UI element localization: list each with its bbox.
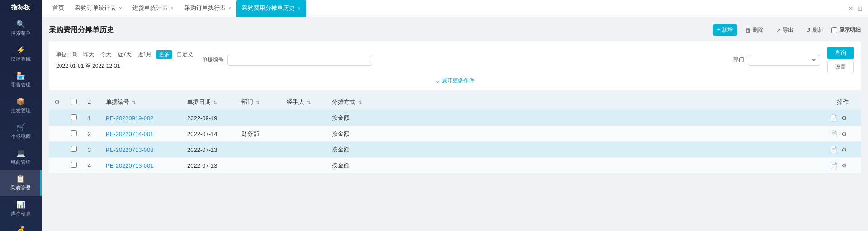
split-sort-icon[interactable]: ⇅ <box>358 100 362 105</box>
table-row: 1 PE-20220919-002 2022-09-19 按金额 📄 ⚙ <box>49 110 861 126</box>
tab-purchase-order-stats-label: 采购订单统计表 <box>75 4 116 12</box>
col-date-header: 单据日期 ⇅ <box>182 94 236 110</box>
col-check-header <box>66 94 82 110</box>
col-settings-header: ⚙ <box>49 94 66 110</box>
row-handler-cell <box>281 158 326 174</box>
col-split-label: 分摊方式 <box>332 99 355 105</box>
row-date-cell: 2022-07-13 <box>182 142 236 158</box>
filter-row: 单据日期 昨天 今天 近7天 近1月 更多 自定义 2022-01-01 至 2… <box>56 47 854 73</box>
tab-purchase-order-exec[interactable]: 采购订单执行表 × <box>179 0 236 17</box>
refresh-button[interactable]: ↺ 刷新 <box>802 24 828 36</box>
table-settings-icon[interactable]: ⚙ <box>54 99 60 106</box>
search-icon: 🔍 <box>16 20 25 28</box>
select-all-checkbox[interactable] <box>71 99 77 104</box>
row-edit-icon[interactable]: 📄 <box>830 130 838 137</box>
row-delete-icon[interactable]: ⚙ <box>841 146 847 153</box>
tab-purchase-fee-split[interactable]: 采购费用分摊单历史 × <box>236 0 306 17</box>
expand-row: ⌄ 展开更多条件 <box>56 77 854 85</box>
tab-purchase-goods-stats[interactable]: 进货单统计表 × <box>127 0 179 17</box>
row-checkbox[interactable] <box>71 130 77 136</box>
tab-purchase-fee-split-label: 采购费用分摊单历史 <box>242 4 295 12</box>
tab-close-purchase-fee-split[interactable]: × <box>297 5 300 11</box>
row-delete-icon[interactable]: ⚙ <box>841 114 847 122</box>
row-dept-cell <box>236 110 281 126</box>
billno-link[interactable]: PE-20220714-001 <box>106 131 154 137</box>
date-option-yesterday[interactable]: 昨天 <box>81 50 96 59</box>
sidebar-item-ecommerce[interactable]: 💻 电商管理 <box>0 144 42 170</box>
row-delete-icon[interactable]: ⚙ <box>841 162 847 169</box>
dept-sort-icon[interactable]: ⇅ <box>256 100 259 105</box>
row-delete-icon[interactable]: ⚙ <box>841 130 847 137</box>
row-action-cell: 📄 ⚙ <box>825 142 861 158</box>
row-billno-cell: PE-20220714-001 <box>100 126 182 142</box>
dept-select[interactable] <box>748 55 820 66</box>
sidebar-item-search[interactable]: 🔍 搜索菜单 <box>0 15 42 41</box>
tab-close-purchase-order-stats[interactable]: × <box>119 5 122 11</box>
row-dept-cell <box>236 158 281 174</box>
sidebar-item-quick-nav[interactable]: ⚡ 快捷导航 <box>0 41 42 67</box>
billno-label: 单据编号 <box>202 56 224 64</box>
row-check-cell <box>66 142 82 158</box>
row-split-cell: 按金额 <box>326 126 825 142</box>
row-checkbox[interactable] <box>71 162 77 168</box>
row-checkbox[interactable] <box>71 146 77 152</box>
tab-close-purchase-order-exec[interactable]: × <box>228 5 231 11</box>
row-dept-cell: 财务部 <box>236 126 281 142</box>
content-area: 采购费用分摊单历史 + 新增 🗑 删除 ↗ 导出 ↺ 刷新 显示明细 <box>42 17 868 231</box>
date-option-1month[interactable]: 近1月 <box>136 50 154 59</box>
finance-icon: 💰 <box>16 226 25 231</box>
expand-filters-button[interactable]: ⌄ 展开更多条件 <box>435 77 474 85</box>
date-option-7days[interactable]: 近7天 <box>116 50 133 59</box>
sidebar-item-mini-shop[interactable]: 🛒 小畅电商 <box>0 118 42 144</box>
sidebar-item-purchase[interactable]: 📋 采购管理 <box>0 170 42 196</box>
row-action-cell: 📄 ⚙ <box>825 158 861 174</box>
sidebar-item-finance[interactable]: 💰 资金管理 <box>0 222 42 231</box>
tab-purchase-goods-stats-label: 进货单统计表 <box>132 4 168 12</box>
row-edit-icon[interactable]: 📄 <box>830 162 838 169</box>
purchase-icon: 📋 <box>16 174 25 183</box>
display-toggle-checkbox[interactable] <box>831 27 837 33</box>
display-toggle[interactable]: 显示明细 <box>831 26 861 34</box>
billno-link[interactable]: PE-20220713-003 <box>106 146 154 153</box>
row-edit-icon[interactable]: 📄 <box>830 146 838 153</box>
row-date-cell: 2022-07-14 <box>182 126 236 142</box>
export-icon: ↗ <box>776 27 781 33</box>
filter-settings-button[interactable]: 设置 <box>827 61 854 73</box>
tab-home[interactable]: 首页 <box>47 0 70 17</box>
handler-sort-icon[interactable]: ⇅ <box>307 100 311 105</box>
col-billno-label: 单据编号 <box>106 99 129 105</box>
billno-link[interactable]: PE-20220919-002 <box>106 115 154 122</box>
page-title-text: 采购费用分摊单历史 <box>49 25 114 35</box>
row-settings-cell <box>49 158 66 174</box>
billno-sort-icon[interactable]: ⇅ <box>132 100 136 105</box>
billno-link[interactable]: PE-20220713-001 <box>106 162 154 169</box>
sidebar-item-inventory[interactable]: 📊 库存核算 <box>0 196 42 222</box>
date-option-more[interactable]: 更多 <box>156 50 172 59</box>
delete-label: 删除 <box>753 26 764 34</box>
row-split-cell: 按金额 <box>326 110 825 126</box>
date-filter-label: 单据日期 <box>56 51 78 58</box>
restore-window-icon[interactable]: ⊡ <box>857 5 863 12</box>
sidebar-item-label: 小畅电商 <box>11 133 31 140</box>
close-window-icon[interactable]: ✕ <box>848 5 854 12</box>
refresh-icon: ↺ <box>806 27 811 33</box>
date-option-custom[interactable]: 自定义 <box>175 50 195 59</box>
dept-label: 部门 <box>733 56 744 64</box>
data-table: ⚙ # 单据编号 ⇅ 单据日期 ⇅ <box>49 94 861 174</box>
sidebar-item-wholesale[interactable]: 📦 批发管理 <box>0 93 42 118</box>
table-container: ⚙ # 单据编号 ⇅ 单据日期 ⇅ <box>49 94 861 174</box>
tab-purchase-order-stats[interactable]: 采购订单统计表 × <box>70 0 127 17</box>
sidebar-item-retail[interactable]: 🏪 零售管理 <box>0 67 42 93</box>
sidebar-item-label: 零售管理 <box>11 81 31 88</box>
tab-window-actions: ✕ ⊡ <box>848 5 863 12</box>
billno-input[interactable] <box>227 55 372 66</box>
add-button[interactable]: + 新增 <box>713 24 737 36</box>
query-button[interactable]: 查询 <box>827 47 854 59</box>
date-sort-icon[interactable]: ⇅ <box>213 100 217 105</box>
row-edit-icon[interactable]: 📄 <box>830 114 838 122</box>
row-checkbox[interactable] <box>71 114 77 120</box>
delete-button[interactable]: 🗑 删除 <box>741 24 768 36</box>
export-button[interactable]: ↗ 导出 <box>772 24 798 36</box>
tab-close-purchase-goods-stats[interactable]: × <box>170 5 173 11</box>
date-option-today[interactable]: 今天 <box>99 50 113 59</box>
